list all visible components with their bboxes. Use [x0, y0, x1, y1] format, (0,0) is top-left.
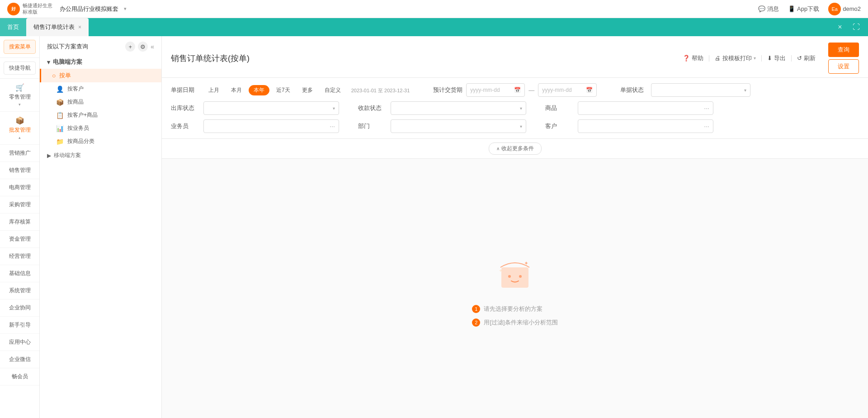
- tab-minimize-btn[interactable]: ×: [834, 21, 846, 33]
- collapse-panel-btn[interactable]: «: [151, 43, 154, 50]
- svg-point-2: [519, 275, 522, 278]
- goods-select[interactable]: ···: [578, 101, 713, 115]
- filter-row-date: 单据日期 上月 本月 本年 近7天 更多 自定义 2023-01-01 至 20…: [171, 83, 859, 97]
- date-this-year-tag[interactable]: 本年: [249, 85, 269, 95]
- sidebar-item-member[interactable]: 畅会员: [0, 368, 39, 385]
- filter-area: 单据日期 上月 本月 本年 近7天 更多 自定义 2023-01-01 至 20…: [162, 78, 868, 139]
- customer-icon: 👤: [56, 86, 64, 93]
- date-7days-tag[interactable]: 近7天: [271, 85, 295, 95]
- expected-date-group: 预计交货期 yyyy-mm-dd 📅 — yyyy-mm-dd 📅: [433, 83, 597, 97]
- message-btn[interactable]: 💬 消息: [758, 5, 779, 13]
- business-more-icon[interactable]: ···: [330, 123, 335, 130]
- date-more-tag[interactable]: 更多: [297, 85, 318, 95]
- tree-group-pc[interactable]: ▾ 电脑端方案: [40, 55, 161, 69]
- receive-status-select[interactable]: ▾: [391, 101, 526, 115]
- tree-item-by-category[interactable]: 📁 按商品分类: [40, 135, 161, 148]
- app-download-btn[interactable]: 📱 App下载: [788, 5, 819, 13]
- help-btn[interactable]: ❓ 帮助: [683, 54, 703, 62]
- date-label: 单据日期: [171, 86, 198, 94]
- receive-status-label: 收款状态: [358, 104, 385, 112]
- tree-group-mobile[interactable]: ▶ 移动端方案: [40, 148, 161, 163]
- sidebar-item-appcenter[interactable]: 应用中心: [0, 334, 39, 351]
- add-scheme-btn[interactable]: +: [125, 42, 135, 52]
- tree-item-by-customer-goods[interactable]: 📋 按客户+商品: [40, 109, 161, 122]
- collapse-more-btn[interactable]: ∧ 收起更多条件: [489, 142, 542, 155]
- date-prev-month-tag[interactable]: 上月: [203, 85, 224, 95]
- sidebar-item-retail[interactable]: 🛒 零售管理 ▾: [0, 79, 39, 112]
- tab-bar: 首页 销售订单统计表 × × ⛶: [0, 18, 868, 36]
- page-header: 销售订单统计表(按单) ❓ 帮助 🖨 按模板打印 ▾ ⬇: [162, 36, 868, 78]
- main-layout: 搜索菜单 快捷导航 🛒 零售管理 ▾ 📦 批发管理 ▴ 营销推广 销售管理 电商…: [0, 36, 868, 418]
- refresh-btn[interactable]: ↺ 刷新: [797, 54, 816, 62]
- sidebar-search-section: 搜索菜单: [0, 36, 39, 58]
- sidebar-item-finance[interactable]: 资金管理: [0, 231, 39, 248]
- date-range-display: 2023-01-01 至 2023-12-31: [351, 87, 410, 94]
- status-select[interactable]: ▾: [651, 83, 750, 97]
- user-menu[interactable]: Ea demo2: [828, 3, 861, 15]
- export-btn[interactable]: ⬇ 导出: [767, 54, 786, 62]
- settings-scheme-btn[interactable]: ⚙: [138, 42, 148, 52]
- expected-date-end-input[interactable]: yyyy-mm-dd 📅: [538, 83, 597, 97]
- tree-item-by-goods[interactable]: 📦 按商品: [40, 95, 161, 109]
- quick-nav-btn[interactable]: 快捷导航: [4, 62, 36, 75]
- app-title: 办公用品行业模拟账套: [60, 5, 118, 13]
- empty-text: 1 请先选择要分析的方案 2 用[过滤]条件来缩小分析范围: [472, 301, 557, 330]
- out-status-select[interactable]: ▾: [203, 101, 339, 115]
- sidebar-item-inventory[interactable]: 库存核算: [0, 214, 39, 231]
- sidebar-item-sales[interactable]: 销售管理: [0, 162, 39, 179]
- expected-date-start-input[interactable]: yyyy-mm-dd 📅: [466, 83, 525, 97]
- category-icon: 📁: [56, 138, 64, 145]
- customer-more-icon[interactable]: ···: [704, 123, 709, 130]
- business-select[interactable]: ···: [203, 119, 339, 133]
- step-num-2: 2: [472, 318, 480, 327]
- customer-label: 客户: [545, 122, 572, 130]
- print-btn[interactable]: 🖨 按模板打印 ▾: [715, 54, 756, 62]
- sidebar-item-system[interactable]: 系统管理: [0, 282, 39, 299]
- date-this-month-tag[interactable]: 本月: [226, 85, 247, 95]
- search-menu-btn[interactable]: 搜索菜单: [4, 40, 36, 54]
- print-icon: 🖨: [715, 55, 721, 62]
- top-bar-left: 好 畅捷通好生意 标准版 办公用品行业模拟账套 ▾: [7, 3, 127, 15]
- wholesale-icon: 📦: [15, 116, 24, 125]
- app-title-arrow[interactable]: ▾: [124, 6, 127, 12]
- filter-row-person: 业务员 ··· 部门 ▾ 客户 ···: [171, 119, 859, 133]
- left-panel: 按以下方案查询 + ⚙ « ▾ 电脑端方案 ○ 按单 👤 按客户 📦: [40, 36, 162, 418]
- sidebar-item-newbie[interactable]: 新手引导: [0, 317, 39, 334]
- customer-goods-icon: 📋: [56, 112, 64, 119]
- tab-sales-order[interactable]: 销售订单统计表 ×: [26, 18, 89, 36]
- dept-select[interactable]: ▾: [391, 119, 526, 133]
- sidebar-quick-section: 快捷导航: [0, 58, 39, 79]
- sidebar-item-marketing[interactable]: 营销推广: [0, 145, 39, 162]
- sidebar-item-operation[interactable]: 经营管理: [0, 248, 39, 265]
- tab-close-icon[interactable]: ×: [78, 24, 81, 30]
- calendar-icon-end: 📅: [586, 87, 593, 93]
- collapse-icon: ∧: [496, 146, 500, 151]
- filter-settings-btn[interactable]: 设置: [828, 59, 859, 74]
- tree-item-by-customer[interactable]: 👤 按客户: [40, 82, 161, 95]
- help-icon: ❓: [683, 55, 690, 62]
- retail-icon: 🛒: [15, 83, 24, 92]
- tree-item-by-salesman[interactable]: 📊 按业务员: [40, 122, 161, 135]
- tab-home[interactable]: 首页: [0, 18, 26, 36]
- logo-area: 好 畅捷通好生意 标准版: [7, 3, 52, 15]
- sidebar-item-basic[interactable]: 基础信息: [0, 265, 39, 282]
- date-filter-group: 上月 本月 本年 近7天 更多 自定义: [203, 85, 346, 95]
- tree-item-by-order[interactable]: ○ 按单: [40, 69, 161, 82]
- avatar: Ea: [828, 3, 841, 15]
- query-btn[interactable]: 查询: [828, 43, 859, 57]
- empty-step-2: 2 用[过滤]条件来缩小分析范围: [472, 317, 557, 328]
- tab-maximize-btn[interactable]: ⛶: [850, 21, 863, 33]
- sidebar-item-purchase[interactable]: 采购管理: [0, 196, 39, 214]
- sidebar-item-wechat[interactable]: 企业微信: [0, 351, 39, 368]
- print-arrow-icon: ▾: [754, 56, 756, 61]
- status-group: 单据状态 ▾: [620, 83, 750, 97]
- dept-select-arrow: ▾: [520, 124, 522, 129]
- sidebar-item-ecommerce[interactable]: 电商管理: [0, 179, 39, 196]
- customer-select[interactable]: ···: [578, 119, 713, 133]
- filter-row-status: 出库状态 ▾ 收款状态 ▾ 商品 ···: [171, 101, 859, 115]
- goods-more-icon[interactable]: ···: [704, 104, 709, 112]
- sidebar-item-wholesale[interactable]: 📦 批发管理 ▴: [0, 112, 39, 145]
- sidebar: 搜索菜单 快捷导航 🛒 零售管理 ▾ 📦 批发管理 ▴ 营销推广 销售管理 电商…: [0, 36, 40, 418]
- date-custom-tag[interactable]: 自定义: [320, 85, 346, 95]
- sidebar-item-collab[interactable]: 企业协同: [0, 299, 39, 317]
